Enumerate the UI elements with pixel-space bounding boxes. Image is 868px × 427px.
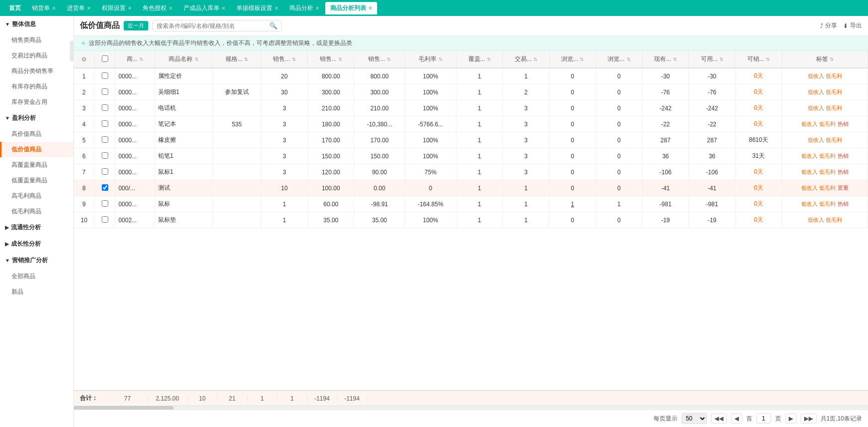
close-icon[interactable]: ✕: [128, 5, 132, 11]
footer-available: -1194: [337, 395, 367, 402]
close-icon[interactable]: ✕: [52, 5, 56, 11]
row-code: 0000...: [115, 84, 155, 100]
sidebar-item-low-margin[interactable]: 低毛利商品: [0, 204, 73, 219]
nav-product-entry[interactable]: 产成品入库单 ✕: [179, 2, 230, 14]
row-available: 36: [689, 148, 735, 164]
row-checkbox[interactable]: [94, 164, 115, 180]
sidebar-item-traded-goods[interactable]: 交易过的商品: [0, 48, 73, 63]
sidebar-item-new-goods[interactable]: 新品: [0, 284, 73, 300]
row-tags: 低收入 低毛利 热销: [782, 148, 868, 164]
sidebar-group-profit[interactable]: ▼ 盈利分析: [0, 110, 73, 126]
row-code: 0000...: [115, 68, 155, 84]
gear-icon[interactable]: ⚙: [81, 56, 87, 63]
row-code: 0000...: [115, 148, 155, 164]
row-current: -30: [643, 68, 689, 84]
horizontal-scrollbar[interactable]: [74, 406, 868, 410]
export-button[interactable]: ⬇ 导出: [843, 21, 862, 30]
filter-badge[interactable]: 近一月: [124, 21, 148, 30]
sidebar-item-all-goods[interactable]: 全部商品: [0, 269, 73, 284]
row-code: 0000...: [115, 132, 155, 148]
row-select-checkbox[interactable]: [102, 184, 108, 191]
close-icon[interactable]: ✕: [169, 5, 173, 11]
row-checkbox[interactable]: [94, 196, 115, 212]
row-select-checkbox[interactable]: [102, 152, 108, 159]
table-body: 1 0000... 属性定价 20 800.00 800.00 100% 1 1…: [74, 68, 868, 228]
page-size-select[interactable]: 50 100 200: [681, 413, 707, 424]
nav-sales-order[interactable]: 销货单 ✕: [27, 2, 61, 14]
nav-purchase-order[interactable]: 进货单 ✕: [62, 2, 96, 14]
sidebar-group-growth[interactable]: ▶ 成长性分析: [0, 236, 73, 252]
close-icon[interactable]: ✕: [87, 5, 91, 11]
sidebar-item-category-sales-rate[interactable]: 商品分类销售率: [0, 63, 73, 79]
nav-template-settings[interactable]: 单据模板设置 ✕: [231, 2, 283, 14]
row-checkbox[interactable]: [94, 84, 115, 100]
close-icon[interactable]: ✕: [368, 5, 372, 11]
search-input[interactable]: [157, 22, 267, 29]
select-all-checkbox[interactable]: [102, 55, 108, 62]
row-checkbox[interactable]: [94, 132, 115, 148]
close-icon[interactable]: ✕: [315, 5, 319, 11]
close-icon[interactable]: ✕: [274, 5, 278, 11]
close-icon[interactable]: ✕: [221, 5, 225, 11]
sidebar-group-marketing[interactable]: ▼ 营销推广分析: [0, 252, 73, 269]
row-sales-avg: 0.00: [354, 180, 405, 196]
row-select-checkbox[interactable]: [102, 120, 108, 127]
row-checkbox[interactable]: [94, 180, 115, 196]
nav-role-auth[interactable]: 角色授权 ✕: [138, 2, 178, 14]
row-select-checkbox[interactable]: [102, 104, 108, 111]
sidebar-item-high-value[interactable]: 高价值商品: [0, 126, 73, 142]
row-cover: 1: [456, 68, 503, 84]
nav-product-analysis-list[interactable]: 商品分析列表 ✕: [325, 2, 377, 14]
nav-permission[interactable]: 权限设置 ✕: [97, 2, 137, 14]
sidebar-item-inventory-fund[interactable]: 库存资金占用: [0, 94, 73, 110]
sidebar-item-high-margin[interactable]: 高毛利商品: [0, 188, 73, 204]
th-cover: 覆盖... ⇅: [456, 51, 503, 68]
tag-badge: 低毛利: [826, 217, 842, 223]
page-number-input[interactable]: [756, 414, 771, 424]
prev-page-button[interactable]: ◀: [731, 414, 742, 424]
row-checkbox[interactable]: [94, 148, 115, 164]
sidebar-collapse-button[interactable]: 《: [70, 41, 74, 61]
row-checkbox[interactable]: [94, 212, 115, 228]
th-name: 商品名称 ⇅: [155, 51, 213, 68]
row-cover: 1: [456, 84, 503, 100]
row-select-checkbox[interactable]: [102, 216, 108, 223]
row-select-checkbox[interactable]: [102, 200, 108, 207]
row-checkbox[interactable]: [94, 100, 115, 116]
first-page-button[interactable]: ◀◀: [711, 414, 727, 424]
tag-badge: 低收入: [808, 105, 824, 111]
row-trade: 3: [503, 132, 549, 148]
last-page-button[interactable]: ▶▶: [801, 414, 817, 424]
nav-home[interactable]: 首页: [4, 2, 26, 14]
row-checkbox[interactable]: [94, 116, 115, 132]
row-select-checkbox[interactable]: [102, 88, 108, 95]
row-select-checkbox[interactable]: [102, 136, 108, 143]
footer-browse2: 1: [277, 395, 307, 402]
nav-product-analysis[interactable]: 商品分析 ✕: [284, 2, 324, 14]
row-name: 电话机: [155, 100, 213, 116]
sidebar-item-sales-goods[interactable]: 销售类商品: [0, 32, 73, 48]
row-checkbox[interactable]: [94, 68, 115, 84]
th-checkbox[interactable]: [94, 51, 115, 68]
row-trade: 2: [503, 84, 549, 100]
row-select-checkbox[interactable]: [102, 168, 108, 175]
sidebar-group-circulation[interactable]: ▶ 流通性分析: [0, 219, 73, 236]
row-saleable: 0天: [735, 180, 782, 196]
share-button[interactable]: ⤴ 分享: [820, 21, 837, 30]
sidebar-item-high-coverage[interactable]: 高覆盖量商品: [0, 157, 73, 173]
search-icon[interactable]: 🔍: [269, 22, 277, 29]
sidebar-group-overview[interactable]: ▼ 整体信息: [0, 16, 73, 32]
sidebar-item-stocked-goods[interactable]: 有库存的商品: [0, 79, 73, 94]
tag-badge: 低收入: [808, 217, 824, 223]
row-browse1[interactable]: 1: [549, 196, 596, 212]
sidebar-item-low-value[interactable]: 低价值商品: [0, 142, 73, 157]
row-saleable: 8610天: [735, 132, 782, 148]
row-select-checkbox[interactable]: [102, 72, 108, 79]
th-settings[interactable]: ⚙: [74, 51, 94, 68]
tag-badge: 低毛利: [819, 169, 836, 175]
row-browse1: 0: [549, 100, 596, 116]
next-page-button[interactable]: ▶: [785, 414, 797, 424]
row-sales-qty: 20: [261, 68, 307, 84]
sidebar-item-low-coverage[interactable]: 低覆盖量商品: [0, 173, 73, 188]
footer-sales-qty: 77: [108, 395, 148, 402]
